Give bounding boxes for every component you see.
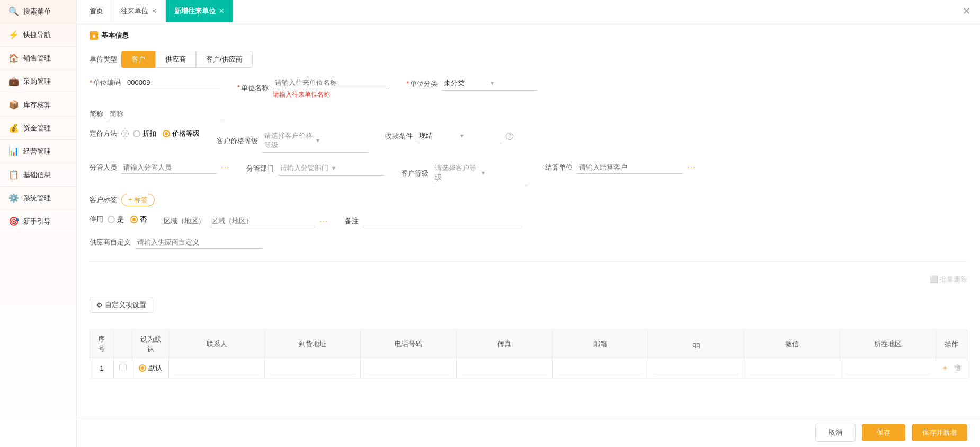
col-seq: 序号: [90, 330, 114, 358]
unit-category-select[interactable]: 未分类 ▾: [442, 76, 537, 91]
quicknav-icon: ⚡: [8, 30, 19, 40]
unit-name-input[interactable]: [273, 76, 389, 89]
row-email[interactable]: [553, 358, 648, 378]
phone-input[interactable]: [366, 362, 451, 374]
pricing-radio-discount[interactable]: 折扣: [133, 129, 156, 138]
contact-input[interactable]: [174, 362, 259, 374]
row-checkbox-cell[interactable]: [113, 358, 132, 378]
disable-yes-circle: [108, 216, 115, 223]
sidebar-item-operation[interactable]: 📊 经营管理: [0, 140, 76, 163]
main-area: 首页 往来单位 ✕ 新增往来单位 ✕ ✕ ■ 基本信息 单位类型 客户: [77, 0, 980, 447]
row-wechat[interactable]: [744, 358, 840, 378]
cancel-button[interactable]: 取消: [815, 424, 856, 442]
wechat-input[interactable]: [750, 362, 834, 374]
sidebar-item-label: 采购管理: [23, 77, 51, 86]
col-email: 邮箱: [553, 330, 648, 358]
tab-partner-label: 往来单位: [121, 6, 148, 16]
qq-input[interactable]: [654, 362, 738, 374]
supplier-custom-input[interactable]: [135, 236, 262, 249]
sidebar-item-finance[interactable]: 💰 资金管理: [0, 117, 76, 140]
row-address[interactable]: [265, 358, 361, 378]
row-fax[interactable]: [457, 358, 553, 378]
sidebar-item-purchase[interactable]: 💼 采购管理: [0, 70, 76, 93]
row-add-button[interactable]: ＋: [941, 363, 949, 372]
sidebar-item-label: 快捷导航: [23, 30, 51, 40]
type-btn-customer[interactable]: 客户: [121, 51, 155, 68]
tab-home[interactable]: 首页: [81, 0, 112, 22]
pricing-help-icon[interactable]: ?: [121, 130, 129, 137]
sidebar-item-quicknav[interactable]: ⚡ 快捷导航: [0, 23, 76, 47]
tab-new-partner-close[interactable]: ✕: [219, 7, 224, 15]
sidebar-item-search[interactable]: 🔍 搜索菜单: [0, 0, 76, 23]
tab-new-partner[interactable]: 新增往来单位 ✕: [166, 0, 233, 22]
sidebar-item-sales[interactable]: 🏠 销售管理: [0, 47, 76, 70]
unit-name-field: *单位名称 请输入往来单位名称: [237, 76, 389, 99]
row-phone[interactable]: [361, 358, 457, 378]
sidebar-item-inventory[interactable]: 📦 库存核算: [0, 93, 76, 117]
row-location[interactable]: [840, 358, 936, 378]
custom-settings-button[interactable]: ⚙ 自定义项设置: [90, 297, 153, 313]
location-input[interactable]: [845, 362, 930, 374]
payment-value: 现结: [419, 131, 458, 141]
settlement-label: 结算单位: [545, 163, 573, 172]
sales-icon: 🏠: [8, 53, 19, 63]
section-header: ■ 基本信息: [90, 31, 967, 40]
abbr-input[interactable]: [108, 108, 224, 120]
dept-select[interactable]: 请输入分管部门 ▾: [278, 161, 384, 176]
type-btn-supplier[interactable]: 供应商: [155, 51, 196, 68]
disable-no[interactable]: 否: [130, 215, 147, 224]
window-close-button[interactable]: ✕: [957, 5, 976, 17]
customer-level-select[interactable]: 请选择客户等级 ▾: [433, 161, 528, 185]
dept-label: 分管部门: [246, 164, 274, 173]
region-input[interactable]: [209, 215, 315, 227]
pricing-label: 定价方法: [90, 129, 117, 138]
tab-partner-close[interactable]: ✕: [152, 7, 157, 15]
region-dots-btn[interactable]: ···: [319, 216, 328, 226]
settlement-input[interactable]: [577, 161, 683, 174]
email-input[interactable]: [558, 362, 643, 374]
row-qq[interactable]: [648, 358, 744, 378]
col-contact: 联系人: [169, 330, 265, 358]
save-and-new-button[interactable]: 保存并新增: [912, 424, 967, 441]
add-tag-button[interactable]: + 标签: [121, 194, 155, 206]
row-default-dot: [141, 366, 144, 370]
payment-help-icon[interactable]: ?: [506, 133, 513, 140]
save-button[interactable]: 保存: [862, 424, 905, 441]
unit-code-input[interactable]: [125, 76, 220, 89]
manager-dots-btn[interactable]: ···: [221, 163, 229, 172]
type-btn-both[interactable]: 客户/供应商: [196, 51, 253, 68]
row-checkbox[interactable]: [119, 364, 127, 371]
abbr-row: 简称: [90, 108, 967, 120]
customer-level-label: 客户等级: [401, 169, 429, 178]
discount-label: 折扣: [142, 129, 156, 138]
sidebar-item-label: 销售管理: [23, 54, 51, 63]
fax-input[interactable]: [462, 362, 547, 374]
tab-partner[interactable]: 往来单位 ✕: [112, 0, 166, 22]
disable-yes-label: 是: [117, 215, 124, 224]
batch-delete-icon: ⬜: [930, 275, 938, 283]
sidebar-item-basic[interactable]: 📋 基础信息: [0, 163, 76, 187]
search-icon: 🔍: [8, 6, 19, 16]
pricing-field: 定价方法 ? 折扣 价格等级: [90, 129, 200, 138]
sidebar-item-guide[interactable]: 🎯 新手引导: [0, 210, 76, 233]
payment-select[interactable]: 现结 ▾: [417, 129, 502, 143]
customer-level-placeholder: 请选择客户等级: [435, 163, 479, 182]
row-default-radio[interactable]: 默认: [138, 363, 164, 373]
disable-yes[interactable]: 是: [108, 215, 124, 224]
settlement-dots-btn[interactable]: ···: [687, 163, 696, 172]
batch-delete-btn[interactable]: ⬜ 批量删除: [930, 275, 967, 284]
row-contact[interactable]: [169, 358, 265, 378]
pricing-radio-price-level[interactable]: 价格等级: [163, 129, 200, 138]
remark-input[interactable]: [363, 215, 522, 227]
row-default-circle: [139, 364, 146, 372]
sidebar-item-system[interactable]: ⚙️ 系统管理: [0, 187, 76, 210]
address-input[interactable]: [270, 362, 355, 374]
customer-price-placeholder: 请选择客户价格等级: [264, 131, 314, 150]
row-delete-button[interactable]: 🗑: [954, 363, 961, 372]
dept-placeholder: 请输入分管部门: [280, 163, 330, 173]
customer-price-chevron-icon: ▾: [316, 137, 366, 144]
customer-price-select[interactable]: 请选择客户价格等级 ▾: [262, 129, 368, 153]
batch-delete-label: 批量删除: [940, 275, 967, 283]
tab-home-label: 首页: [90, 6, 103, 16]
manager-input[interactable]: [121, 161, 217, 174]
